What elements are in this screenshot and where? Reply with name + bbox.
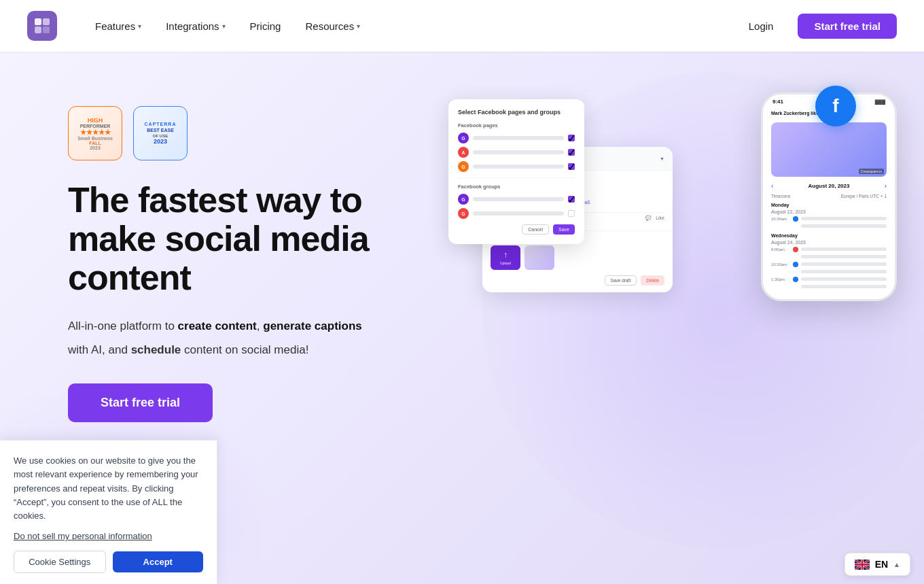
hero-subtitle-2: with AI, and schedule content on social … — [68, 341, 421, 359]
svg-rect-1 — [43, 18, 50, 25]
upload-icon: ↑ — [503, 250, 508, 260]
group-avatar-1: G — [458, 194, 469, 205]
upload-button[interactable]: ↑ Upload — [491, 245, 520, 270]
language-label: EN — [875, 559, 888, 570]
dialog-title: Select Facebook pages and groups — [458, 109, 575, 116]
nav-item-pricing[interactable]: Pricing — [239, 15, 292, 37]
page-row-3: G ✓ — [458, 161, 575, 172]
fb-pages-dialog: Select Facebook pages and groups Faceboo… — [448, 99, 584, 244]
checkbox-checked-1[interactable]: ✓ — [568, 135, 575, 141]
hero-cta-button[interactable]: Start free trial — [68, 383, 213, 422]
delete-button[interactable]: Delete — [641, 275, 664, 286]
phone-photo: Creasquare.io — [771, 122, 887, 177]
group-row-1: G ✓ — [458, 194, 575, 205]
navbar: Features ▾ Integrations ▾ Pricing Resour… — [0, 0, 924, 52]
capterra-badge: CAPTERRA BEST EASE OF USE 2023 — [133, 106, 188, 160]
hero-content: HIGH PERFORMER ★★★★★ Small Business FALL… — [0, 52, 924, 500]
nav-right: Login Start free trial — [738, 14, 897, 39]
calendar-header: ‹ August 20, 2023 › — [771, 182, 887, 190]
nav-item-integrations[interactable]: Integrations ▾ — [155, 15, 236, 37]
svg-rect-2 — [35, 27, 41, 33]
facebook-icon: f — [815, 86, 856, 126]
award-badges: HIGH PERFORMER ★★★★★ Small Business FALL… — [68, 106, 421, 160]
chevron-up-icon: ▲ — [893, 561, 900, 568]
svg-rect-0 — [35, 18, 41, 25]
checkbox-checked-3[interactable]: ✓ — [568, 163, 575, 170]
save-button[interactable]: Save — [553, 224, 575, 235]
nav-item-features[interactable]: Features ▾ — [84, 15, 152, 37]
nav-links: Features ▾ Integrations ▾ Pricing Resour… — [84, 15, 738, 37]
group-row-2: G — [458, 208, 575, 219]
chevron-down-icon: ▾ — [357, 22, 360, 30]
hero-left: HIGH PERFORMER ★★★★★ Small Business FALL… — [68, 92, 421, 422]
nav-item-resources[interactable]: Resources ▾ — [294, 15, 371, 37]
page-row-2: A ✓ — [458, 147, 575, 158]
groups-label: Facebook groups — [458, 184, 575, 190]
calendar-day-2: Wednesday August 24, 2023 9:00am — [771, 233, 887, 290]
page-row-1: G ✓ — [458, 133, 575, 143]
checkbox-unchecked-g2[interactable] — [568, 210, 575, 217]
do-not-sell-link[interactable]: Do not sell my personal information — [14, 531, 203, 541]
logo[interactable] — [27, 11, 57, 41]
svg-rect-3 — [43, 27, 50, 33]
page-avatar-2: A — [458, 147, 469, 158]
uk-flag-icon — [855, 560, 870, 570]
editor-action-buttons: Save draft Delete — [491, 275, 664, 286]
cookie-text: We use cookies on our website to give yo… — [14, 454, 203, 523]
checkbox-checked-g1[interactable]: ✓ — [568, 196, 575, 203]
save-draft-button[interactable]: Save draft — [605, 275, 637, 286]
language-selector[interactable]: EN ▲ — [845, 553, 910, 576]
group-avatar-2: G — [458, 208, 469, 219]
cal-forward-icon[interactable]: › — [885, 182, 887, 190]
nav-cta-button[interactable]: Start free trial — [798, 14, 897, 39]
dialog-buttons: Cancel Save — [458, 224, 575, 235]
phone-screen: Mark Zuckerberg likes Creasquare.io Crea… — [763, 105, 895, 299]
hero-subtitle-1: All-in-one platform to create content, g… — [68, 317, 421, 335]
media-thumbnail — [525, 245, 554, 270]
login-button[interactable]: Login — [738, 15, 785, 37]
cookie-banner: We use cookies on our website to give yo… — [0, 440, 217, 584]
pages-label: Facebook pages — [458, 122, 575, 128]
logo-icon — [27, 11, 57, 41]
hero-mockups: f Select Facebook pages and groups Faceb… — [448, 92, 883, 500]
calendar-day-1: Monday August 22, 2023 10:30am — [771, 203, 887, 229]
g2-badge: HIGH PERFORMER ★★★★★ Small Business FALL… — [68, 106, 122, 160]
cookie-accept-button[interactable]: Accept — [113, 551, 204, 572]
cookie-buttons: Cookie Settings Accept — [14, 551, 203, 573]
chevron-down-icon: ▾ — [138, 22, 141, 30]
cal-back-icon[interactable]: ‹ — [771, 182, 773, 190]
cookie-settings-button[interactable]: Cookie Settings — [14, 551, 106, 573]
cancel-button[interactable]: Cancel — [522, 224, 549, 235]
hero-title: The fastest way to make social media con… — [68, 181, 421, 298]
page-avatar-3: G — [458, 161, 469, 172]
chevron-down-icon: ▾ — [222, 22, 226, 30]
checkbox-checked-2[interactable]: ✓ — [568, 149, 575, 156]
page-avatar-1: G — [458, 133, 469, 143]
